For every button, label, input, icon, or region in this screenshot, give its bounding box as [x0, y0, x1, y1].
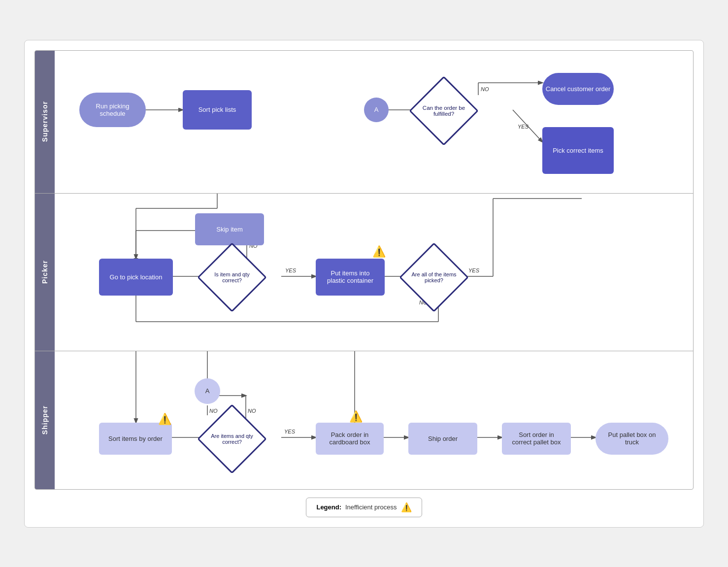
pack-cardboard-node: Pack order in cardboard box: [316, 423, 384, 455]
picker-content: NO YES YES: [55, 194, 693, 351]
circle-a-shipper: A: [195, 378, 220, 404]
svg-text:YES: YES: [468, 267, 480, 273]
shipper-lane: Shipper NO: [35, 351, 693, 489]
diagram-wrapper: Supervisor: [24, 40, 704, 528]
svg-line-6: [513, 110, 542, 142]
put-items-plastic-node: Put items into plastic container: [316, 259, 385, 296]
put-pallet-truck-node: Put pallet box on truck: [596, 423, 668, 455]
supervisor-lane: Supervisor: [35, 51, 693, 194]
warning-legend-icon: ⚠️: [401, 502, 412, 513]
svg-text:NO: NO: [248, 408, 256, 414]
are-items-qty-diamond: Are items and qty correct?: [207, 414, 257, 464]
supervisor-content: NO YES Run picking schedule Sort pick li…: [55, 51, 693, 193]
go-pick-location-node: Go to pick location: [99, 259, 173, 296]
cancel-order-node: Cancel customer order: [542, 73, 614, 105]
run-picking-node: Run picking schedule: [79, 93, 146, 127]
ship-order-node: Ship order: [408, 423, 477, 455]
shipper-content: NO NO YES: [55, 351, 693, 489]
svg-text:NO: NO: [481, 86, 489, 92]
swim-lanes: Supervisor: [34, 50, 694, 490]
picker-lane: Picker: [35, 194, 693, 351]
sort-items-node: Sort items by order: [99, 423, 172, 455]
circle-a-top: A: [364, 98, 389, 122]
legend: Legend: Inefficient process ⚠️: [34, 498, 694, 517]
sort-pallet-node: Sort order in correct pallet box: [502, 423, 571, 455]
svg-text:YES: YES: [285, 267, 297, 273]
can-order-diamond: Can the order be fulfilled?: [419, 86, 468, 135]
pick-correct-node: Pick correct items: [542, 127, 614, 174]
are-all-picked-diamond: Are all of the items picked?: [409, 253, 459, 302]
warning-sort-items: ⚠️: [158, 413, 171, 426]
skip-item-node: Skip item: [195, 213, 264, 245]
warning-pack-cardboard: ⚠️: [349, 410, 363, 423]
is-item-qty-diamond: Is item and qty correct?: [207, 253, 257, 302]
picker-label: Picker: [35, 194, 55, 351]
shipper-arrows: NO NO YES: [55, 351, 693, 489]
sort-pick-lists-node: Sort pick lists: [183, 90, 252, 130]
svg-text:YES: YES: [518, 124, 529, 130]
warning-put-items: ⚠️: [372, 245, 386, 258]
svg-text:NO: NO: [209, 408, 218, 414]
svg-text:YES: YES: [284, 429, 296, 434]
supervisor-label: Supervisor: [35, 51, 55, 193]
legend-box: Legend: Inefficient process ⚠️: [306, 498, 422, 517]
shipper-label: Shipper: [35, 351, 55, 489]
